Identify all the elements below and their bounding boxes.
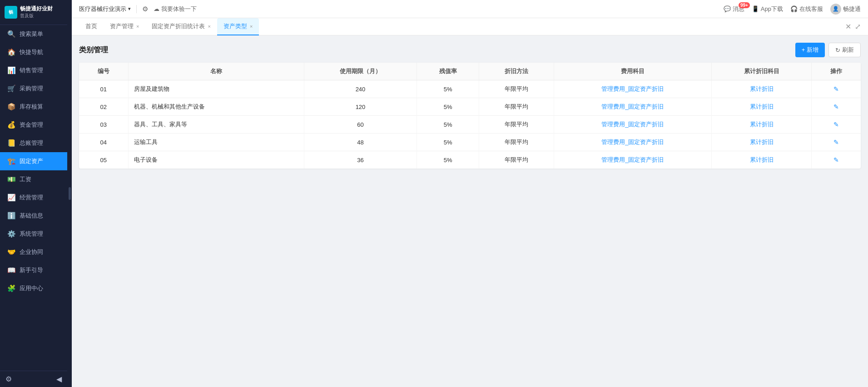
tab-close-depreciation-table[interactable]: × <box>208 24 210 29</box>
sidebar-item-label: 快捷导航 <box>20 48 43 56</box>
cell-expense[interactable]: 管理费用_固定资产折旧 <box>554 98 711 116</box>
cell-method: 年限平均 <box>479 151 554 169</box>
cell-code: 04 <box>79 134 128 151</box>
table-header-cell: 累计折旧科目 <box>711 63 811 80</box>
tab-close-asset-type[interactable]: × <box>250 24 253 29</box>
cell-expense[interactable]: 管理费用_固定资产折旧 <box>554 134 711 151</box>
tab-label: 资产管理 <box>110 22 134 30</box>
sidebar-item-quick-nav[interactable]: 🏠快捷导航 <box>0 43 67 61</box>
tab-label: 固定资产折旧统计表 <box>152 22 205 30</box>
sidebar-item-operations[interactable]: 📈经营管理 <box>0 189 67 207</box>
table-header-cell: 残值率 <box>417 63 479 80</box>
tabs-container: 首页资产管理×固定资产折旧统计表×资产类型× <box>79 18 259 35</box>
cell-period: 240 <box>304 80 417 98</box>
cell-accumulated[interactable]: 累计折旧 <box>711 98 811 116</box>
sales-icon: 📊 <box>7 66 16 74</box>
table-header-row: 编号名称使用期限（月）残值率折旧方法费用科目累计折旧科目操作 <box>79 63 861 80</box>
sidebar-item-capital[interactable]: 💰资金管理 <box>0 116 67 134</box>
cell-action[interactable]: ✎ <box>812 98 861 116</box>
sidebar-nav: 🔍搜索菜单🏠快捷导航📊销售管理🛒采购管理📦库存核算💰资金管理📒总账管理🏗️固定资… <box>0 25 67 371</box>
avatar: 👤 <box>830 4 841 15</box>
collapse-icon[interactable]: ◀ <box>56 375 62 383</box>
table-header-cell: 操作 <box>812 63 861 80</box>
app-download-label: App下载 <box>761 5 783 13</box>
sidebar-item-app-center[interactable]: 🧩应用中心 <box>0 279 67 298</box>
cell-accumulated[interactable]: 累计折旧 <box>711 151 811 169</box>
cell-expense[interactable]: 管理费用_固定资产折旧 <box>554 151 711 169</box>
search-icon: 🔍 <box>7 30 16 38</box>
chevron-down-icon: ▾ <box>128 6 131 12</box>
cell-expense[interactable]: 管理费用_固定资产折旧 <box>554 80 711 98</box>
cell-period: 36 <box>304 151 417 169</box>
cell-expense[interactable]: 管理费用_固定资产折旧 <box>554 116 711 134</box>
sidebar-item-label: 库存核算 <box>20 103 43 111</box>
sidebar-item-ledger[interactable]: 📒总账管理 <box>0 134 67 152</box>
app-center-icon: 🧩 <box>7 284 16 293</box>
cell-name: 机器、机械和其他生产设备 <box>128 98 304 116</box>
table-header-cell: 折旧方法 <box>479 63 554 80</box>
cell-period: 60 <box>304 116 417 134</box>
inventory-icon: 📦 <box>7 103 16 111</box>
cell-residual: 5% <box>417 98 479 116</box>
payroll-icon: 💵 <box>7 175 16 184</box>
sidebar-item-label: 固定资产 <box>20 157 43 165</box>
tab-label: 资产类型 <box>223 22 247 30</box>
cell-action[interactable]: ✎ <box>812 116 861 134</box>
sidebar-bottom: ⚙ ◀ <box>0 371 67 387</box>
cell-action[interactable]: ✎ <box>812 134 861 151</box>
username: 畅捷通 <box>843 5 861 13</box>
page-title: 类别管理 <box>79 45 108 55</box>
sidebar-item-label: 资金管理 <box>20 121 43 129</box>
sidebar-item-label: 工资 <box>20 175 31 184</box>
maximize-tab-btn[interactable]: ⤢ <box>855 22 861 31</box>
enterprise-icon: 🤝 <box>7 248 16 256</box>
page-header: 类别管理 + 新增 ↻ 刷新 <box>79 43 861 57</box>
cell-accumulated[interactable]: 累计折旧 <box>711 134 811 151</box>
sidebar-scrollbar[interactable] <box>67 0 72 387</box>
settings-icon[interactable]: ⚙ <box>5 375 12 383</box>
company-selector[interactable]: 医疗器械行业演示 ▾ <box>79 5 131 13</box>
sidebar-item-sales[interactable]: 📊销售管理 <box>0 61 67 79</box>
cell-accumulated[interactable]: 累计折旧 <box>711 116 811 134</box>
experience-btn[interactable]: ☁ 我要体验一下 <box>154 5 197 13</box>
table-head: 编号名称使用期限（月）残值率折旧方法费用科目累计折旧科目操作 <box>79 63 861 80</box>
main-content: 类别管理 + 新增 ↻ 刷新 编号名称使用期限（月）残值率折旧方法费用科目累计折… <box>72 35 868 387</box>
cell-code: 05 <box>79 151 128 169</box>
cell-action[interactable]: ✎ <box>812 151 861 169</box>
tab-depreciation-table[interactable]: 固定资产折旧统计表× <box>145 18 217 35</box>
topbar-right: 💬 消息 99+ 📱 App下载 🎧 在线客服 👤 畅捷通 <box>724 4 861 15</box>
tab-asset-type[interactable]: 资产类型× <box>217 18 259 35</box>
sidebar-item-fixed-assets[interactable]: 🏗️固定资产 <box>0 152 67 170</box>
sidebar-logo: 畅 <box>5 6 17 19</box>
sidebar-subtitle: 普及版 <box>20 13 53 19</box>
online-service-btn[interactable]: 🎧 在线客服 <box>790 5 823 13</box>
message-btn[interactable]: 💬 消息 99+ <box>724 5 744 13</box>
sidebar-item-purchase[interactable]: 🛒采购管理 <box>0 79 67 98</box>
sidebar: 畅 畅捷通好业财 普及版 🔍搜索菜单🏠快捷导航📊销售管理🛒采购管理📦库存核算💰资… <box>0 0 67 387</box>
sidebar-item-inventory[interactable]: 📦库存核算 <box>0 98 67 116</box>
tab-label: 首页 <box>85 22 97 30</box>
sidebar-item-label: 基础信息 <box>20 212 43 220</box>
app-download-btn[interactable]: 📱 App下载 <box>752 5 783 13</box>
phone-icon: 📱 <box>752 5 759 12</box>
sidebar-item-guide[interactable]: 📖新手引导 <box>0 261 67 279</box>
sidebar-item-enterprise[interactable]: 🤝企业协同 <box>0 243 67 261</box>
cell-name: 运输工具 <box>128 134 304 151</box>
sidebar-item-system[interactable]: ⚙️系统管理 <box>0 225 67 243</box>
cell-accumulated[interactable]: 累计折旧 <box>711 80 811 98</box>
new-btn[interactable]: + 新增 <box>795 43 825 57</box>
table-header-cell: 编号 <box>79 63 128 80</box>
tab-close-asset-manage[interactable]: × <box>136 24 139 29</box>
close-tab-btn[interactable]: ✕ <box>845 22 851 31</box>
cell-action[interactable]: ✎ <box>812 80 861 98</box>
refresh-btn[interactable]: ↻ 刷新 <box>828 43 861 57</box>
sidebar-item-basic-info[interactable]: ℹ️基础信息 <box>0 207 67 225</box>
tab-home[interactable]: 首页 <box>79 18 104 35</box>
gear-icon[interactable]: ⚙ <box>142 5 148 13</box>
refresh-label: 刷新 <box>842 46 854 54</box>
tab-asset-manage[interactable]: 资产管理× <box>104 18 145 35</box>
sidebar-item-search[interactable]: 🔍搜索菜单 <box>0 25 67 43</box>
sidebar-item-payroll[interactable]: 💵工资 <box>0 170 67 189</box>
user-menu[interactable]: 👤 畅捷通 <box>830 4 861 15</box>
cloud-icon: ☁ <box>154 5 159 12</box>
